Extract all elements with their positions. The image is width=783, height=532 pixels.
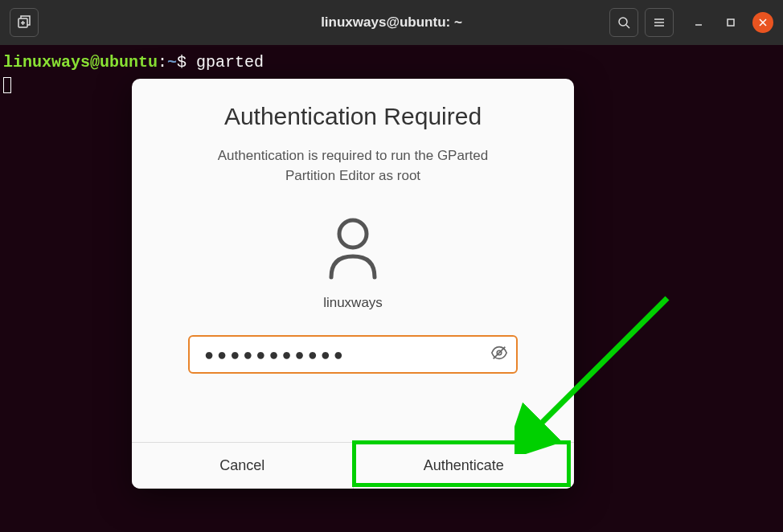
search-button[interactable] — [609, 8, 638, 37]
new-tab-button[interactable] — [10, 8, 39, 37]
minimize-icon — [694, 18, 703, 27]
window-title: linuxways@ubuntu: ~ — [321, 14, 462, 31]
svg-point-1 — [619, 18, 627, 26]
user-section: linuxways — [164, 218, 542, 311]
terminal-command: gparted — [196, 53, 264, 72]
user-avatar — [164, 218, 542, 280]
new-tab-icon — [17, 15, 31, 30]
svg-rect-2 — [728, 19, 734, 26]
hamburger-icon — [653, 16, 666, 29]
terminal-line: linuxways@ubuntu:~$ gparted — [3, 51, 780, 74]
maximize-icon — [726, 18, 736, 27]
dialog-title: Authentication Required — [164, 103, 542, 130]
cancel-button[interactable]: Cancel — [132, 443, 354, 489]
prompt-path: ~ — [167, 53, 177, 72]
terminal-cursor — [3, 77, 11, 93]
prompt-colon: : — [158, 53, 167, 72]
menu-button[interactable] — [645, 8, 674, 37]
dialog-button-row: Cancel Authenticate — [132, 442, 574, 489]
close-button[interactable] — [752, 12, 773, 33]
prompt-dollar: $ — [177, 53, 196, 72]
username-label: linuxways — [164, 295, 542, 311]
window-controls — [688, 12, 773, 33]
prompt-user-host: linuxways@ubuntu — [3, 53, 158, 72]
password-input[interactable] — [188, 335, 518, 374]
user-icon — [325, 218, 381, 280]
minimize-button[interactable] — [688, 12, 709, 33]
close-icon — [758, 18, 768, 27]
search-icon — [617, 16, 630, 29]
eye-off-icon — [490, 344, 508, 362]
titlebar-actions — [609, 8, 773, 37]
toggle-password-visibility-button[interactable] — [490, 344, 508, 365]
authentication-dialog: Authentication Required Authentication i… — [132, 79, 574, 489]
window-titlebar: linuxways@ubuntu: ~ — [0, 0, 783, 45]
dialog-content: Authentication Required Authentication i… — [132, 79, 574, 442]
authenticate-button[interactable]: Authenticate — [354, 443, 575, 489]
dialog-message: Authentication is required to run the GP… — [164, 146, 542, 186]
password-field-wrapper — [188, 335, 518, 374]
maximize-button[interactable] — [720, 12, 741, 33]
svg-point-3 — [339, 220, 367, 248]
